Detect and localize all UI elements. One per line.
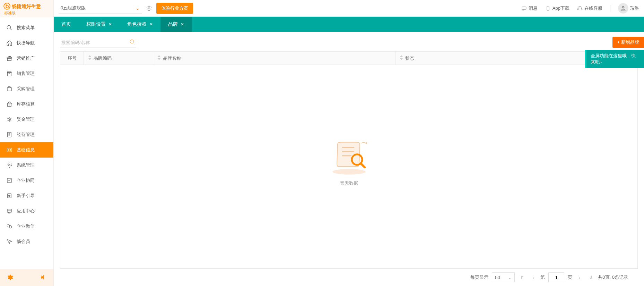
gear-icon[interactable]: [146, 5, 152, 11]
col-seq[interactable]: 序号: [60, 52, 84, 65]
org-selector[interactable]: 0五组旗舰版 ⌄: [59, 3, 142, 14]
svg-rect-31: [581, 8, 582, 10]
sidebar-icon: [6, 55, 12, 61]
page-first-button[interactable]: ⤊: [518, 274, 526, 281]
sidebar-item-8[interactable]: 基础信息: [0, 142, 53, 158]
sidebar-icon: [6, 223, 12, 229]
online-service-label: 在线客服: [584, 5, 602, 11]
sidebar-icon: [6, 86, 12, 92]
svg-point-33: [130, 40, 134, 43]
sidebar-icon: [6, 208, 12, 214]
sidebar-item-label: 应用中心: [17, 208, 35, 214]
sidebar-item-label: 快捷导航: [17, 40, 35, 46]
sidebar-item-6[interactable]: 资金管理: [0, 112, 53, 127]
svg-rect-3: [8, 58, 11, 61]
sidebar-item-11[interactable]: 新手引导: [0, 188, 53, 203]
tab-0[interactable]: 首页: [54, 17, 79, 32]
page-summary: 共0页, 0条记录: [598, 274, 628, 280]
add-brand-button[interactable]: + 新增品牌: [612, 37, 644, 48]
search-icon[interactable]: [129, 39, 136, 46]
sidebar-item-label: 采购管理: [17, 86, 35, 92]
sidebar-item-7[interactable]: 经营管理: [0, 127, 53, 142]
sidebar-item-label: 企业微信: [17, 223, 35, 229]
tab-label: 品牌: [168, 21, 178, 27]
svg-rect-27: [522, 7, 526, 9]
logo-area: ⓑ 畅捷通好生意 标准版: [0, 0, 53, 17]
sidebar: ⓑ 畅捷通好生意 标准版 搜索菜单快捷导航营销推广销售管理采购管理库存核算资金管…: [0, 0, 54, 286]
svg-line-1: [10, 28, 12, 30]
tab-bar: 首页权限设置✕角色授权✕品牌✕: [54, 17, 644, 32]
sidebar-item-label: 企业协同: [17, 177, 35, 184]
sidebar-icon: [6, 116, 12, 123]
page-prev-button[interactable]: ‹: [529, 274, 537, 281]
sidebar-icon: [6, 147, 12, 153]
per-page-select[interactable]: 50 ⌄: [492, 272, 515, 282]
col-name[interactable]: 品牌名称: [153, 52, 395, 65]
sidebar-item-0[interactable]: 搜索菜单: [0, 20, 53, 35]
search-input[interactable]: [60, 37, 136, 48]
divider: [610, 5, 610, 11]
sidebar-item-4[interactable]: 采购管理: [0, 81, 53, 96]
svg-rect-4: [8, 73, 11, 76]
brand-table: 序号 品牌编码 品牌名称 状态: [60, 51, 638, 269]
pagination: 每页显示 50 ⌄ ⤊ ‹ 第 页 › ⤋ 共0页, 0条记录: [60, 269, 638, 286]
sidebar-footer: [0, 269, 53, 286]
tab-3[interactable]: 品牌✕: [160, 17, 192, 32]
settings-icon[interactable]: [7, 274, 14, 282]
page-label: 页: [568, 274, 572, 280]
empty-state: 暂无数据: [327, 137, 372, 186]
svg-point-35: [332, 169, 366, 175]
sidebar-item-9[interactable]: 系统管理: [0, 158, 53, 173]
online-service-link[interactable]: 在线客服: [577, 5, 602, 11]
collapse-icon[interactable]: [40, 274, 46, 282]
sort-icon: [400, 55, 403, 61]
messages-link[interactable]: 消息: [521, 5, 538, 11]
top-header: 0五组旗舰版 ⌄ 体验行业方案 消息 App下载 在线客服: [54, 0, 644, 17]
tab-label: 角色授权: [127, 21, 147, 27]
sidebar-icon: [6, 162, 12, 168]
sidebar-item-14[interactable]: 畅会员: [0, 234, 53, 249]
sidebar-icon: [6, 193, 12, 199]
sidebar-item-12[interactable]: 应用中心: [0, 203, 53, 219]
sidebar-item-5[interactable]: 库存核算: [0, 96, 53, 112]
avatar: [618, 3, 628, 14]
page-last-button[interactable]: ⤋: [587, 274, 594, 281]
empty-illustration: [327, 137, 372, 175]
col-code[interactable]: 品牌编码: [84, 52, 153, 65]
sidebar-item-3[interactable]: 销售管理: [0, 66, 53, 81]
svg-point-26: [148, 7, 150, 9]
sidebar-item-label: 销售管理: [17, 70, 35, 77]
experience-button[interactable]: 体验行业方案: [156, 3, 193, 14]
chevron-down-icon: ⌄: [508, 275, 512, 280]
app-download-link[interactable]: App下载: [545, 5, 569, 11]
svg-point-16: [7, 163, 12, 168]
page-input[interactable]: [548, 272, 564, 282]
sidebar-item-10[interactable]: 企业协同: [0, 173, 53, 188]
sidebar-item-label: 库存核算: [17, 101, 35, 107]
sidebar-icon: [6, 132, 12, 138]
sidebar-item-label: 新手引导: [17, 193, 35, 199]
user-menu[interactable]: 瑞琳: [618, 3, 639, 14]
tab-1[interactable]: 权限设置✕: [79, 17, 120, 32]
sidebar-item-13[interactable]: 企业微信: [0, 219, 53, 234]
sidebar-item-label: 系统管理: [17, 162, 35, 168]
sidebar-item-label: 基础信息: [17, 147, 35, 153]
close-icon[interactable]: ✕: [108, 22, 112, 27]
org-name: 0五组旗舰版: [61, 5, 86, 11]
svg-rect-23: [7, 209, 11, 212]
close-icon[interactable]: ✕: [149, 22, 153, 27]
sidebar-item-1[interactable]: 快捷导航: [0, 35, 53, 51]
svg-rect-12: [7, 148, 12, 152]
logo-name: 畅捷通好生意: [12, 3, 41, 10]
svg-rect-30: [577, 8, 578, 10]
close-icon[interactable]: ✕: [181, 22, 184, 27]
sidebar-item-2[interactable]: 营销推广: [0, 51, 53, 66]
logo-icon: ⓑ: [3, 2, 10, 11]
svg-line-34: [133, 43, 135, 44]
tab-2[interactable]: 角色授权✕: [120, 17, 160, 32]
page-next-button[interactable]: ›: [576, 274, 583, 281]
chevron-down-icon: ⌄: [136, 5, 140, 11]
empty-text: 暂无数据: [327, 180, 372, 186]
content-area: + 新增品牌 全屏功能在这里哦，快来吧~ 序号 品牌编码: [54, 32, 644, 286]
svg-point-0: [7, 25, 11, 29]
